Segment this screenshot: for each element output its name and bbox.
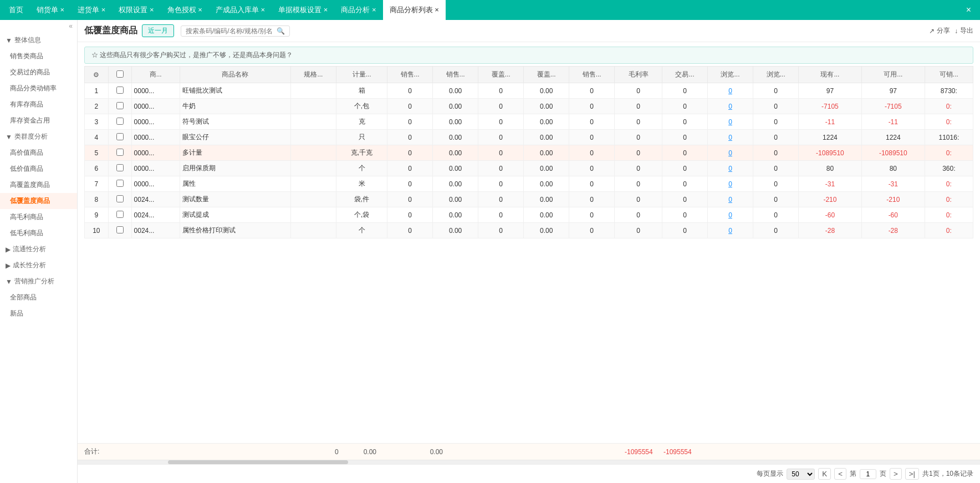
row-cov1: 0 (478, 83, 524, 99)
share-button[interactable]: ↗ 分享 (929, 26, 950, 35)
row-sales1: 0 (387, 83, 433, 99)
sidebar-item-all-goods[interactable]: 全部商品 (0, 289, 77, 306)
horizontal-scrollbar[interactable] (78, 460, 980, 464)
sidebar-item-high-coverage[interactable]: 高覆盖度商品 (0, 177, 77, 193)
prev-page-button[interactable]: < (834, 468, 846, 480)
row-code: 0000... (131, 130, 180, 145)
nav-production[interactable]: 产成品入库单 × (209, 0, 272, 20)
sidebar-section-flow[interactable]: ▶ 流通性分析 (0, 241, 77, 257)
col-sales1[interactable]: 销售... (387, 67, 433, 83)
row-browse1[interactable]: 0 (707, 223, 753, 238)
row-checkbox[interactable] (108, 161, 131, 176)
content-area: 低覆盖度商品 近一月 🔍 ↗ 分享 ↓ 导出 ☆ 这些商品只有很少客户购买过，是… (78, 20, 980, 483)
sidebar-item-high-margin[interactable]: 高毛利商品 (0, 209, 77, 225)
row-checkbox[interactable] (108, 145, 131, 161)
row-sales2: 0.00 (433, 223, 478, 238)
select-all-checkbox[interactable] (116, 70, 124, 78)
last-page-button[interactable]: >| (905, 468, 919, 480)
nav-template[interactable]: 单据模板设置 × (272, 0, 334, 20)
row-checkbox[interactable] (108, 114, 131, 130)
page-suffix-label: 页 (880, 469, 886, 479)
col-stock2[interactable]: 可用... (861, 67, 925, 83)
row-browse1[interactable]: 0 (707, 161, 753, 176)
row-browse1[interactable]: 0 (707, 176, 753, 192)
col-sales2[interactable]: 销售... (433, 67, 478, 83)
export-button[interactable]: ↓ 导出 (955, 26, 973, 35)
row-browse1[interactable]: 0 (707, 99, 753, 114)
col-gross[interactable]: 毛利率 (615, 67, 662, 83)
search-icon[interactable]: 🔍 (277, 27, 285, 35)
col-cov2[interactable]: 覆盖... (524, 67, 569, 83)
scrollbar-thumb[interactable] (168, 460, 349, 464)
row-spec (290, 83, 336, 99)
row-browse1[interactable]: 0 (707, 83, 753, 99)
row-no: 5 (85, 145, 109, 161)
row-browse1[interactable]: 0 (707, 145, 753, 161)
row-no: 8 (85, 192, 109, 207)
col-spec[interactable]: 规格... (290, 67, 336, 83)
nav-permissions[interactable]: 权限设置 × (112, 0, 160, 20)
col-name[interactable]: 商品名称 (180, 67, 290, 83)
col-cov1[interactable]: 覆盖... (478, 67, 524, 83)
col-unit[interactable]: 计量... (336, 67, 387, 83)
row-browse1[interactable]: 0 (707, 130, 753, 145)
sidebar-item-traded-goods[interactable]: 交易过的商品 (0, 64, 77, 80)
row-browse1[interactable]: 0 (707, 207, 753, 223)
nav-sales[interactable]: 销货单 × (30, 0, 71, 20)
nav-analysis[interactable]: 商品分析 × (334, 0, 382, 20)
sidebar-item-stocked-goods[interactable]: 有库存商品 (0, 96, 77, 113)
col-browse2[interactable]: 浏览... (753, 67, 799, 83)
row-code: 0024... (131, 192, 180, 207)
row-checkbox[interactable] (108, 130, 131, 145)
col-sales3[interactable]: 销售... (569, 67, 615, 83)
table-wrapper[interactable]: ⚙ 商... 商品名称 规格... 计量... 销售... 销售... 覆盖..… (78, 66, 980, 443)
row-browse1[interactable]: 0 (707, 192, 753, 207)
col-stock3[interactable]: 可销... (925, 67, 973, 83)
sidebar-item-low-value[interactable]: 低价值商品 (0, 161, 77, 177)
row-checkbox[interactable] (108, 207, 131, 223)
row-checkbox[interactable] (108, 83, 131, 99)
col-browse1[interactable]: 浏览... (707, 67, 753, 83)
next-page-button[interactable]: > (890, 468, 902, 480)
row-checkbox[interactable] (108, 192, 131, 207)
row-stock1: 80 (799, 161, 862, 176)
sidebar-section-overall[interactable]: ▼ 整体信息 (0, 32, 77, 48)
sidebar-item-category-rate[interactable]: 商品分类动销率 (0, 80, 77, 96)
row-stock3: 0: (925, 207, 973, 223)
row-stock1: 1224 (799, 130, 862, 145)
sidebar-section-marketing[interactable]: ▼ 营销推广分析 (0, 273, 77, 289)
row-checkbox[interactable] (108, 99, 131, 114)
row-browse1[interactable]: 0 (707, 114, 753, 130)
filter-recent-month-button[interactable]: 近一月 (142, 24, 174, 37)
search-box: 🔍 (181, 26, 290, 37)
search-input[interactable] (186, 27, 274, 35)
row-checkbox[interactable] (108, 176, 131, 192)
col-code[interactable]: 商... (131, 67, 180, 83)
pagination: 每页显示 50 100 200 K < 第 页 > >| 共1页，10条记录 (78, 464, 980, 483)
sidebar-item-low-margin[interactable]: 低毛利商品 (0, 225, 77, 241)
sidebar-item-low-coverage[interactable]: 低覆盖度商品 (0, 193, 77, 209)
sidebar-section-cluster[interactable]: ▼ 类群度分析 (0, 129, 77, 145)
nav-purchase[interactable]: 进货单 × (71, 0, 112, 20)
sidebar-collapse-button[interactable]: « (0, 20, 77, 32)
row-checkbox[interactable] (108, 223, 131, 238)
nav-analysis-list[interactable]: 商品分析列表 × (383, 0, 446, 20)
nav-home[interactable]: 首页 (2, 0, 30, 20)
nav-roles[interactable]: 角色授权 × (161, 0, 209, 20)
first-page-button[interactable]: K (818, 468, 831, 480)
row-stock1: -60 (799, 207, 862, 223)
row-code: 0000... (131, 99, 180, 114)
page-number-input[interactable] (860, 469, 876, 479)
col-stock1[interactable]: 现有... (799, 67, 862, 83)
sidebar-section-growth[interactable]: ▶ 成长性分析 (0, 257, 77, 273)
col-checkbox[interactable] (108, 67, 131, 83)
per-page-select[interactable]: 50 100 200 (787, 469, 815, 480)
sidebar-item-high-value[interactable]: 高价值商品 (0, 145, 77, 161)
col-trade[interactable]: 交易... (662, 67, 707, 83)
sidebar-item-new-goods[interactable]: 新品 (0, 306, 77, 322)
close-button[interactable]: × (959, 5, 978, 15)
row-sales3: 0 (569, 145, 615, 161)
sidebar-item-sales-goods[interactable]: 销售类商品 (0, 48, 77, 64)
col-settings[interactable]: ⚙ (85, 67, 109, 83)
sidebar-item-inventory-capital[interactable]: 库存资金占用 (0, 113, 77, 129)
